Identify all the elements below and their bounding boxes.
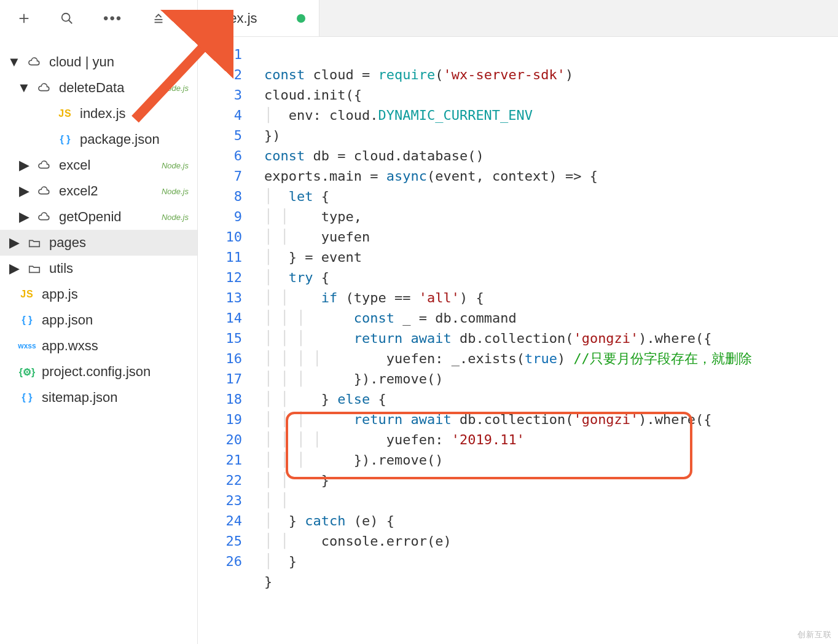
tree-label: app.json <box>42 312 93 328</box>
js-file-icon: JS <box>18 289 36 300</box>
chevron-right-icon: ▶ <box>18 209 29 225</box>
collapse-icon[interactable] <box>152 12 165 25</box>
runtime-badge: Node.js <box>162 213 189 222</box>
chevron-right-icon: ▶ <box>9 261 20 277</box>
chevron-right-icon: ▶ <box>18 183 29 199</box>
tree-folder-excel[interactable]: ▶ excel Node.js <box>0 152 197 178</box>
tree-label: sitemap.json <box>42 390 118 406</box>
tree-label: pages <box>49 235 86 251</box>
chevron-right-icon: ▶ <box>18 157 29 173</box>
tree-label: deleteData <box>59 80 124 96</box>
json-file-icon: { } <box>57 134 74 145</box>
svg-point-2 <box>62 14 70 22</box>
tree-folder-deleteData[interactable]: ▼ deleteData Node.js <box>0 75 197 101</box>
tree-root-cloud[interactable]: ▼ cloud | yun <box>0 49 197 75</box>
cloud-function-icon <box>36 211 53 222</box>
line-number-gutter: 1234567891011121314151617181920212223242… <box>198 44 254 571</box>
folder-icon <box>26 237 43 248</box>
runtime-badge: Node.js <box>162 84 189 93</box>
tree-file-appwxss[interactable]: wxss app.wxss <box>0 333 197 359</box>
chevron-down-icon: ▼ <box>9 54 20 70</box>
tree-label: excel2 <box>59 183 98 199</box>
code-content[interactable]: const cloud = require('wx-server-sdk') c… <box>264 44 831 612</box>
wxss-file-icon: wxss <box>18 342 36 350</box>
tree-file-appjson[interactable]: { } app.json <box>0 307 197 333</box>
json-file-icon: { } <box>18 392 36 403</box>
new-file-icon[interactable] <box>17 12 31 25</box>
tree-folder-utils[interactable]: ▶ utils <box>0 256 197 281</box>
runtime-badge: Node.js <box>162 187 189 196</box>
explorer-toolbar: ••• <box>0 0 198 37</box>
tree-file-packagejson[interactable]: { } package.json <box>0 127 197 152</box>
chevron-down-icon: ▼ <box>18 80 29 96</box>
tree-label: cloud | yun <box>49 54 114 70</box>
tree-label: excel <box>59 157 90 173</box>
cloud-function-icon <box>36 160 53 171</box>
tree-label: project.config.json <box>42 364 151 380</box>
cloud-function-icon <box>36 186 53 197</box>
code-editor[interactable]: 1234567891011121314151617181920212223242… <box>198 37 838 644</box>
folder-icon <box>26 263 43 274</box>
svg-line-3 <box>69 20 72 24</box>
watermark: 创新互联 <box>797 629 832 640</box>
tree-label: app.wxss <box>42 338 98 354</box>
cloud-function-icon <box>36 82 53 93</box>
tree-label: app.js <box>42 286 78 302</box>
tree-label: package.json <box>80 132 160 147</box>
js-file-icon: JS <box>57 108 74 119</box>
runtime-badge: Node.js <box>162 161 189 170</box>
dirty-indicator-icon <box>297 14 305 23</box>
tree-folder-excel2[interactable]: ▶ excel2 Node.js <box>0 178 197 204</box>
config-file-icon: {⚙} <box>18 366 36 378</box>
file-explorer: ▼ cloud | yun ▼ deleteData Node.js JS in… <box>0 37 198 644</box>
tab-label: index.js <box>211 10 257 26</box>
tree-file-projectconfig[interactable]: {⚙} project.config.json <box>0 359 197 385</box>
tree-label: utils <box>49 261 73 277</box>
editor-tabbar: index.js <box>198 0 838 37</box>
tree-file-sitemap[interactable]: { } sitemap.json <box>0 385 197 410</box>
active-file-dot-icon <box>136 111 142 117</box>
tree-file-indexjs[interactable]: JS index.js <box>0 101 197 127</box>
tree-folder-pages[interactable]: ▶ pages <box>0 230 197 256</box>
tab-indexjs[interactable]: index.js <box>198 0 319 36</box>
tree-folder-getOpenid[interactable]: ▶ getOpenid Node.js <box>0 204 197 230</box>
chevron-right-icon: ▶ <box>9 235 20 251</box>
tree-label: index.js <box>80 106 126 122</box>
tree-file-appjs[interactable]: JS app.js <box>0 281 197 307</box>
tree-label: getOpenid <box>59 209 122 225</box>
search-icon[interactable] <box>60 12 74 25</box>
json-file-icon: { } <box>18 315 36 326</box>
more-icon[interactable]: ••• <box>103 10 122 27</box>
folder-cloud-icon <box>26 57 43 68</box>
